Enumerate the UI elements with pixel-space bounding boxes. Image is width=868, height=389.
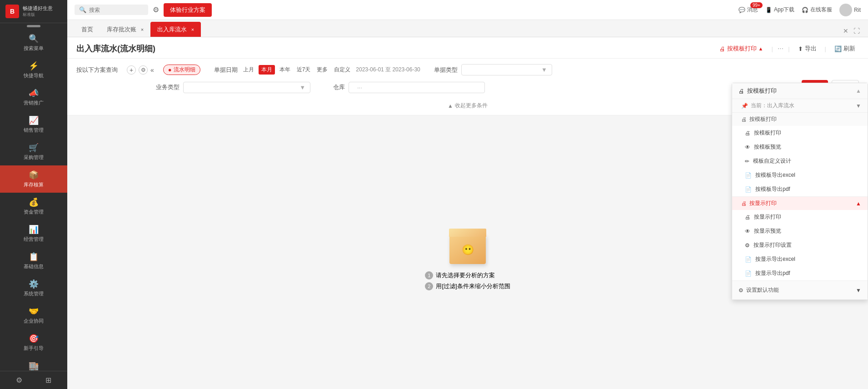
sidebar-collapse-btn[interactable]: ⊞ xyxy=(45,376,51,384)
window-close-btn[interactable]: ✕ xyxy=(842,27,850,35)
display-export-pdf-item[interactable]: 📄 按显示导出pdf xyxy=(732,266,868,280)
warehouse-group: 仓库 ··· xyxy=(333,82,485,93)
warehouse-select[interactable]: ··· xyxy=(349,82,485,93)
refresh-icon: 🔄 xyxy=(834,45,842,52)
empty-illustration: 😶 xyxy=(440,214,495,264)
dropdown-header[interactable]: 🖨 按模板打印 ▲ xyxy=(732,83,868,99)
display-pdf-label: 按显示导出pdf xyxy=(755,269,790,277)
date-option-this-year[interactable]: 本年 xyxy=(278,65,292,75)
template-print-item-icon: 🖨 xyxy=(745,130,750,136)
export-btn[interactable]: ⬆ 导出 xyxy=(794,43,820,55)
page-header: 出入库流水(流水明细) 🖨 按模板打印 ▲ | ··· | ⬆ 导出 | xyxy=(67,37,868,59)
sidebar-item-sales[interactable]: 📈 销售管理 xyxy=(0,111,67,138)
trial-button[interactable]: 体验行业方案 xyxy=(164,3,212,17)
display-pdf-icon: 📄 xyxy=(745,270,752,277)
display-print-section-header[interactable]: 🖨 按显示打印 ▲ xyxy=(732,197,868,210)
chevron-down-icon: ▼ xyxy=(541,66,547,73)
date-option-last-7[interactable]: 近7天 xyxy=(295,65,313,75)
sidebar-item-guide[interactable]: 🎯 新手引导 xyxy=(0,329,67,356)
display-excel-label: 按显示导出excel xyxy=(755,255,795,263)
action-more-icon[interactable]: ··· xyxy=(778,45,783,53)
date-filter-group: 单据日期 上月 本月 本年 近7天 更多 自定义 2023-06-01 至 20… xyxy=(214,65,420,75)
template-export-excel-item[interactable]: 📄 按模板导出excel xyxy=(732,168,868,182)
tab-batch-account[interactable]: 库存批次账 × xyxy=(100,22,150,37)
user-name: Rit xyxy=(854,7,861,13)
template-section-title: 按模板打印 xyxy=(749,115,777,123)
date-option-last-month[interactable]: 上月 xyxy=(241,65,256,75)
appstore-icon: 🏬 xyxy=(29,361,39,371)
action-divider-3: | xyxy=(825,45,826,52)
step-1-num: 1 xyxy=(425,271,433,279)
filter-tag-label: 流水明细 xyxy=(174,66,195,74)
dropdown-title-text: 按模板打印 xyxy=(747,87,777,95)
sidebar-item-search[interactable]: 🔍 搜索菜单 xyxy=(0,29,67,56)
template-export-pdf-item[interactable]: 📄 按模板导出pdf xyxy=(732,182,868,196)
date-option-current-month[interactable]: 本月 xyxy=(259,65,275,75)
sidebar-marketing-label: 营销推广 xyxy=(24,100,44,106)
sidebar-item-inventory[interactable]: 📦 库存核算 xyxy=(0,165,67,193)
printer-icon: 🖨 xyxy=(719,45,725,52)
template-print-btn[interactable]: 🖨 按模板打印 ▲ xyxy=(716,43,767,55)
sidebar-purchase-label: 采购管理 xyxy=(24,154,44,161)
sidebar-item-basic[interactable]: 📋 基础信息 xyxy=(0,247,67,274)
template-print-item-label: 按模板打印 xyxy=(754,129,781,137)
sidebar-operation-label: 经营管理 xyxy=(24,236,44,243)
topbar-search-box[interactable]: 🔍 xyxy=(75,5,148,15)
date-range-display: 2023-06-01 至 2023-06-30 xyxy=(356,66,420,74)
message-btn[interactable]: 💬 消息 99+ xyxy=(738,6,758,14)
filter-add-button[interactable]: + xyxy=(127,65,136,75)
sidebar-settings-btn[interactable]: ⚙ xyxy=(16,376,22,384)
display-preview-item[interactable]: 👁 按显示预览 xyxy=(732,224,868,238)
tabs-bar: 首页 库存批次账 × 出入库流水 × ✕ ⛶ xyxy=(67,20,868,37)
date-option-custom[interactable]: 自定义 xyxy=(332,65,352,75)
current-label-group: 📌 当前：出入库流水 xyxy=(741,102,794,110)
empty-step-2: 2 用[过滤]条件来缩小分析范围 xyxy=(425,282,510,290)
display-preview-icon: 👁 xyxy=(745,228,750,234)
display-print-item[interactable]: 🖨 按显示打印 xyxy=(732,210,868,224)
sidebar-item-operation[interactable]: 📊 经营管理 xyxy=(0,220,67,247)
logo-sub: 标准版 xyxy=(23,12,53,18)
template-excel-icon: 📄 xyxy=(745,172,752,179)
sidebar-item-marketing[interactable]: 📣 营销推广 xyxy=(0,84,67,111)
user-avatar-btn[interactable]: Rit xyxy=(839,4,861,16)
tab-flow[interactable]: 出入库流水 × xyxy=(150,22,201,37)
date-option-more[interactable]: 更多 xyxy=(315,65,329,75)
display-print-item-icon: 🖨 xyxy=(745,214,750,220)
filter-setting-button[interactable]: ⚙ xyxy=(139,65,148,75)
template-custom-item[interactable]: ✏ 模板自定义设计 xyxy=(732,154,868,168)
template-print-section-header[interactable]: 🖨 按模板打印 xyxy=(732,113,868,126)
sidebar-item-finance[interactable]: 💰 资金管理 xyxy=(0,193,67,220)
tab-batch-account-close[interactable]: × xyxy=(141,27,144,32)
sidebar-item-corp[interactable]: 🤝 企业协同 xyxy=(0,302,67,329)
tab-flow-close[interactable]: × xyxy=(191,27,194,32)
template-print-item[interactable]: 🖨 按模板打印 xyxy=(732,126,868,140)
dropdown-footer: ⚙ 设置默认功能 ▼ xyxy=(732,281,868,299)
sidebar-sales-label: 销售管理 xyxy=(24,127,44,134)
search-input[interactable] xyxy=(89,7,144,13)
online-service-btn[interactable]: 🎧 在线客服 xyxy=(802,6,832,14)
topbar-gear-icon[interactable]: ⚙ xyxy=(153,5,159,14)
default-label: 设置默认功能 xyxy=(746,286,779,294)
template-print-section: 🖨 按模板打印 🖨 按模板打印 👁 按模板预览 ✏ 模板自定义设 xyxy=(732,113,868,197)
display-export-excel-item[interactable]: 📄 按显示导出excel xyxy=(732,252,868,266)
collapse-more-label: 收起更多条件 xyxy=(455,102,488,110)
doc-type-select[interactable]: ▼ xyxy=(461,64,552,75)
refresh-btn[interactable]: 🔄 刷新 xyxy=(831,43,859,55)
sidebar-item-quick-nav[interactable]: ⚡ 快捷导航 xyxy=(0,56,67,84)
doc-type-group: 单据类型 ▼ xyxy=(434,64,552,75)
display-print-settings-item[interactable]: ⚙ 按显示打印设置 xyxy=(732,238,868,252)
app-download-btn[interactable]: 📱 App下载 xyxy=(765,6,794,14)
window-maximize-btn[interactable]: ⛶ xyxy=(853,27,861,35)
template-preview-item[interactable]: 👁 按模板预览 xyxy=(732,140,868,154)
tab-home[interactable]: 首页 xyxy=(75,22,100,37)
sidebar-item-system[interactable]: ⚙️ 系统管理 xyxy=(0,274,67,302)
filter-collapse-button[interactable]: « xyxy=(150,66,154,74)
template-custom-icon: ✏ xyxy=(745,158,749,165)
topbar-right: 💬 消息 99+ 📱 App下载 🎧 在线客服 Rit xyxy=(738,4,861,16)
biz-type-select[interactable]: ▼ xyxy=(183,82,310,93)
sidebar-item-appstore[interactable]: 🏬 应用中心 xyxy=(0,356,67,371)
set-default-btn[interactable]: ⚙ 设置默认功能 ▼ xyxy=(738,284,861,297)
collapse-more-btn[interactable]: ▲ 收起更多条件 xyxy=(448,102,488,110)
sidebar-item-purchase[interactable]: 🛒 采购管理 xyxy=(0,138,67,165)
service-label: 在线客服 xyxy=(810,6,832,14)
